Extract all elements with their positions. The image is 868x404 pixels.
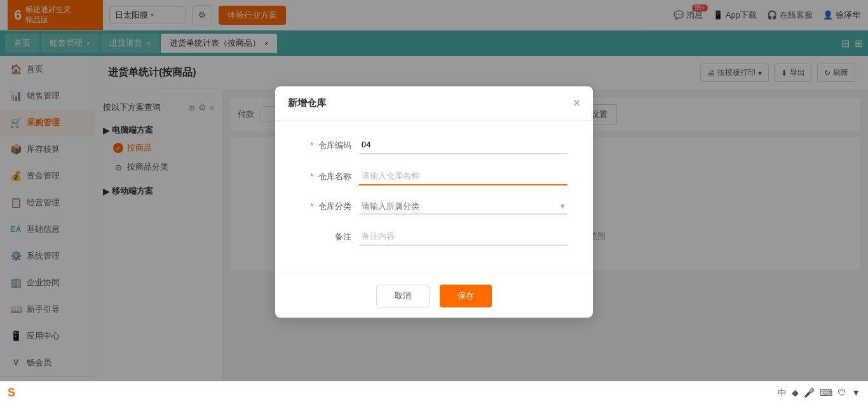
- name-label: * 仓库名称: [301, 171, 351, 182]
- name-required: *: [310, 172, 313, 181]
- category-select-wrap[interactable]: ▾: [359, 198, 567, 215]
- bottom-logo: S: [8, 386, 15, 400]
- dialog-close-button[interactable]: ×: [573, 97, 580, 110]
- code-required: *: [310, 140, 313, 150]
- remark-input[interactable]: [359, 227, 567, 246]
- form-row-code: * 仓库编码: [301, 136, 567, 154]
- form-row-remark: 备注: [301, 227, 567, 246]
- code-input[interactable]: [359, 136, 567, 154]
- category-label: * 仓库分类: [301, 201, 351, 212]
- arrow-down-icon[interactable]: ▼: [851, 387, 860, 399]
- bottom-icons: 中 ◆ 🎤 ⌨ 🛡 ▼: [778, 387, 860, 399]
- name-input[interactable]: [359, 167, 567, 185]
- dialog-footer: 取消 保存: [275, 274, 593, 318]
- dialog-new-warehouse: 新增仓库 × * 仓库编码 * 仓库名称: [275, 86, 593, 318]
- dialog-header: 新增仓库 ×: [275, 86, 593, 121]
- mic-icon[interactable]: 🎤: [804, 387, 815, 399]
- lang-icon[interactable]: 中: [778, 387, 787, 399]
- dialog-body: * 仓库编码 * 仓库名称 * 仓库分类: [275, 121, 593, 274]
- keyboard-icon[interactable]: ⌨: [820, 387, 832, 399]
- shield-icon[interactable]: 🛡: [837, 387, 846, 399]
- bottom-bar: S 中 ◆ 🎤 ⌨ 🛡 ▼: [0, 381, 868, 404]
- category-input[interactable]: [362, 201, 560, 211]
- diamond-icon[interactable]: ◆: [792, 387, 799, 399]
- form-row-category: * 仓库分类 ▾: [301, 198, 567, 215]
- category-required: *: [310, 201, 313, 211]
- code-label: * 仓库编码: [301, 140, 351, 151]
- cancel-button[interactable]: 取消: [376, 285, 430, 307]
- form-row-name: * 仓库名称: [301, 167, 567, 185]
- dialog-title: 新增仓库: [288, 97, 326, 109]
- category-arrow-icon: ▾: [560, 201, 565, 211]
- save-button[interactable]: 保存: [440, 285, 492, 307]
- modal-overlay: 新增仓库 × * 仓库编码 * 仓库名称: [0, 0, 868, 404]
- remark-label: 备注: [301, 231, 351, 243]
